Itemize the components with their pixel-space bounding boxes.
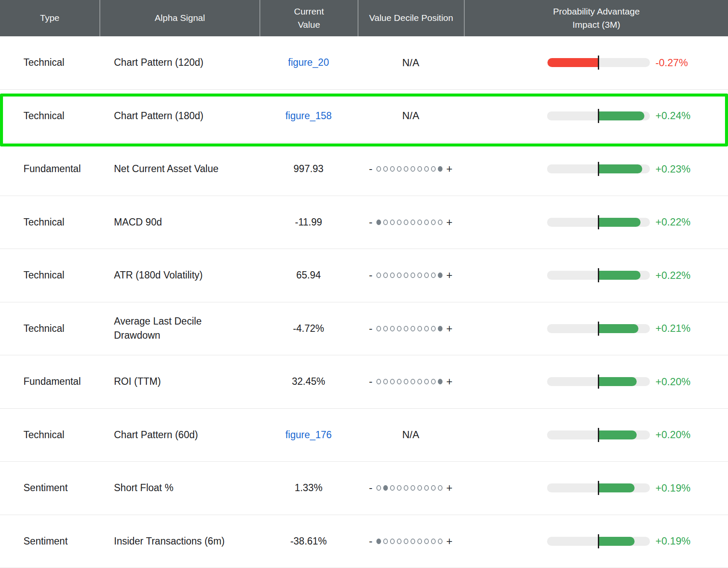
type-cell: Sentiment	[0, 515, 99, 568]
figure-link[interactable]: figure_20	[288, 57, 329, 68]
table-row[interactable]: Technical Chart Pattern (180d) figure_15…	[0, 90, 728, 143]
impact-value: -0.27%	[655, 57, 688, 69]
decile-minus-icon[interactable]: -	[369, 482, 373, 494]
decile-minus-icon[interactable]: -	[369, 163, 373, 175]
decile-dot	[431, 326, 436, 331]
decile-plus-icon[interactable]: +	[446, 375, 453, 388]
current-value-cell: 65.94	[259, 249, 358, 302]
decile-dot	[431, 272, 436, 278]
alpha-signal-label: Chart Pattern (60d)	[114, 428, 198, 442]
figure-link[interactable]: figure_158	[285, 110, 332, 122]
decile-dot	[404, 220, 408, 225]
column-header-alpha-signal: Alpha Signal	[99, 0, 259, 36]
table-row[interactable]: Technical Chart Pattern (120d) figure_20…	[0, 36, 728, 90]
decile-dot-filled	[438, 272, 443, 278]
alpha-signal-cell: Net Current Asset Value	[99, 143, 259, 196]
decile-dot	[383, 379, 388, 384]
impact-bar-zero-tick	[598, 215, 599, 229]
current-value-cell: figure_158	[259, 90, 358, 143]
decile-dot	[417, 272, 422, 278]
alpha-signal-cell: ROI (TTM)	[99, 355, 259, 408]
impact-bar-zero-tick	[598, 534, 599, 548]
table-row[interactable]: Sentiment Insider Transactions (6m) -38.…	[0, 515, 728, 568]
decile-minus-icon[interactable]: -	[369, 375, 373, 388]
decile-dot	[404, 166, 408, 172]
type-cell: Technical	[0, 249, 99, 302]
decile-dot	[431, 485, 436, 491]
decile-dot	[424, 485, 429, 491]
decile-cell: -+	[358, 355, 464, 408]
table-row[interactable]: Sentiment Short Float % 1.33% -+ +0.19%	[0, 462, 728, 515]
decile-dots	[376, 379, 443, 384]
decile-minus-icon[interactable]: -	[369, 269, 373, 281]
decile-dot-filled	[376, 220, 381, 225]
type-cell: Fundamental	[0, 355, 99, 408]
alpha-signal-cell: Short Float %	[99, 462, 259, 515]
decile-dot-filled	[383, 485, 388, 491]
impact-bar-zero-tick	[598, 375, 599, 389]
current-value: -4.72%	[293, 323, 324, 334]
decile-plus-icon[interactable]: +	[446, 163, 453, 175]
impact-cell: +0.23%	[464, 143, 728, 196]
table-row[interactable]: Fundamental Net Current Asset Value 997.…	[0, 143, 728, 196]
decile-dot	[397, 220, 402, 225]
decile-dot	[397, 379, 402, 384]
type-label: Sentiment	[23, 536, 68, 547]
decile-minus-icon[interactable]: -	[369, 535, 373, 548]
decile-minus-icon[interactable]: -	[369, 322, 373, 335]
impact-bar-fill	[599, 377, 637, 386]
table-row[interactable]: Technical MACD 90d -11.99 -+ +0.22%	[0, 196, 728, 249]
decile-plus-icon[interactable]: +	[446, 322, 453, 335]
figure-link[interactable]: figure_176	[285, 429, 332, 441]
impact-bar-zero-tick	[598, 56, 599, 70]
decile-dot	[417, 166, 422, 172]
column-header-probability-advantage: Probability Advantage Impact (3M)	[464, 0, 728, 36]
decile-dot	[424, 166, 429, 172]
decile-dot	[404, 272, 408, 278]
decile-dot	[390, 326, 395, 331]
impact-bar-fill	[599, 537, 635, 546]
decile-plus-icon[interactable]: +	[446, 535, 453, 548]
alpha-signal-label: Insider Transactions (6m)	[114, 534, 224, 548]
alpha-signal-label: Average Last Decile Drawdown	[114, 314, 248, 343]
impact-value: +0.23%	[655, 163, 690, 175]
decile-plus-icon[interactable]: +	[446, 269, 453, 281]
decile-plus-icon[interactable]: +	[446, 216, 453, 228]
decile-dot	[411, 272, 415, 278]
decile-dot	[424, 272, 429, 278]
table-row[interactable]: Technical Average Last Decile Drawdown -…	[0, 302, 728, 356]
decile-minus-icon[interactable]: -	[369, 216, 373, 228]
table-row[interactable]: Fundamental ROI (TTM) 32.45% -+ +0.20%	[0, 355, 728, 409]
decile-dot	[397, 539, 402, 544]
current-value-cell: figure_176	[259, 409, 358, 462]
impact-value: +0.22%	[655, 269, 690, 281]
impact-bar-track	[547, 537, 650, 546]
decile-dot	[417, 220, 422, 225]
impact-bar-track	[547, 164, 650, 173]
decile-plus-icon[interactable]: +	[446, 482, 453, 494]
decile-na: N/A	[402, 110, 419, 122]
current-value-cell: 1.33%	[259, 462, 358, 515]
decile-dot-filled	[438, 326, 443, 331]
type-label: Fundamental	[23, 163, 81, 175]
type-label: Technical	[23, 323, 64, 334]
alpha-signal-cell: MACD 90d	[99, 196, 259, 249]
decile-dot	[411, 379, 415, 384]
type-label: Technical	[23, 429, 64, 441]
impact-bar-zero-tick	[598, 162, 599, 176]
alpha-signal-label: ROI (TTM)	[114, 375, 161, 389]
decile-cell: N/A	[358, 409, 464, 462]
table-row[interactable]: Technical ATR (180d Volatility) 65.94 -+…	[0, 249, 728, 302]
impact-cell: +0.19%	[464, 462, 728, 515]
current-value-cell: -11.99	[259, 196, 358, 249]
impact-cell: +0.21%	[464, 302, 728, 355]
decile-dot	[411, 166, 415, 172]
decile-dot	[404, 485, 408, 491]
impact-bar-fill	[599, 430, 637, 439]
type-label: Technical	[23, 217, 64, 228]
alpha-signal-label: ATR (180d Volatility)	[114, 268, 203, 282]
decile-dot	[431, 220, 436, 225]
table-row[interactable]: Technical Chart Pattern (60d) figure_176…	[0, 409, 728, 462]
impact-value: +0.19%	[655, 482, 690, 494]
impact-value: +0.19%	[655, 535, 690, 547]
